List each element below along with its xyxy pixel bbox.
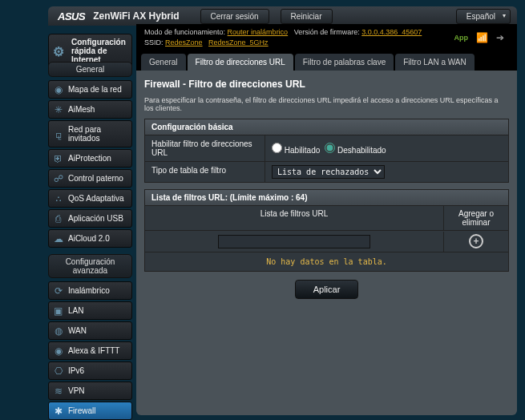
- language-dropdown[interactable]: Español: [456, 9, 511, 24]
- panel-description: Para especificar la contraseña, el filtr…: [144, 96, 509, 112]
- logout-button[interactable]: Cerrar sesión: [200, 9, 269, 24]
- sidebar-item-lan[interactable]: ▣LAN: [48, 301, 132, 320]
- wifi-status-icon[interactable]: 📶: [476, 32, 488, 43]
- quick-setup-line1: Configuración: [71, 38, 128, 46]
- sidebar-item-aimesh[interactable]: ✳AiMesh: [48, 100, 132, 119]
- gear-icon: ⚙: [53, 43, 64, 59]
- ipv6-icon: ⎔: [52, 365, 64, 377]
- guest-icon: ⚼: [52, 128, 64, 140]
- reboot-button[interactable]: Reiniciar: [281, 9, 333, 24]
- tab-keyword-filter[interactable]: Filtro de palabras clave: [295, 54, 394, 71]
- col-url-list: Lista de filtros URL: [145, 206, 444, 230]
- topbar: ASUS ZenWiFi AX Hybrid Cerrar sesión Rei…: [48, 6, 517, 26]
- sidebar-item-usb-app[interactable]: ⎙Aplicación USB: [48, 209, 132, 228]
- arrow-right-icon[interactable]: ➔: [496, 32, 504, 43]
- sidebar-group-general: General: [48, 62, 132, 77]
- ssid2-link[interactable]: RedesZone_5GHz: [208, 38, 269, 46]
- sidebar-item-ipv6[interactable]: ⎔IPv6: [48, 361, 132, 380]
- table-type-select[interactable]: Lista de rechazados: [272, 165, 385, 179]
- panel-title: Firewall - Filtro de direcciones URL: [144, 79, 509, 90]
- sidebar-item-wireless[interactable]: ⟳Inalámbrico: [48, 281, 132, 300]
- product-name: ZenWiFi AX Hybrid: [93, 10, 179, 22]
- basic-config-header: Configuración básica: [144, 119, 509, 135]
- empty-table-message: No hay datos en la tabla.: [144, 252, 509, 272]
- sidebar-item-aicloud[interactable]: ☁AiCloud 2.0: [48, 229, 132, 248]
- ssid1-link[interactable]: RedesZone: [165, 38, 203, 46]
- mode-link[interactable]: Router inalámbrico: [228, 28, 289, 36]
- usb-icon: ⎙: [52, 212, 64, 224]
- aimesh-icon: ✳: [52, 103, 64, 115]
- cloud-icon: ☁: [52, 232, 64, 244]
- tab-url-filter[interactable]: Filtro de direcciones URL: [188, 54, 293, 71]
- lan-icon: ▣: [52, 305, 64, 317]
- enable-radio-off-wrap[interactable]: Deshabilitado: [325, 143, 386, 155]
- sidebar-item-alexa[interactable]: ◉Alexa & IFTTT: [48, 341, 132, 360]
- info-row: Modo de funcionamiento: Router inalámbri…: [136, 24, 517, 50]
- sidebar-item-qos[interactable]: ⛬QoS Adaptativa: [48, 189, 132, 208]
- sidebar-item-parental[interactable]: ☍Control paterno: [48, 169, 132, 188]
- qos-icon: ⛬: [52, 192, 64, 204]
- firewall-icon: ✱: [52, 405, 64, 417]
- brand-logo: ASUS: [55, 10, 88, 22]
- sidebar-item-aiprotection[interactable]: ⛨AiProtection: [48, 149, 132, 168]
- col-add-remove: Agregar o eliminar: [444, 206, 508, 230]
- wifi-icon: ⟳: [52, 285, 64, 297]
- url-input[interactable]: [218, 235, 370, 248]
- fw-link[interactable]: 3.0.0.4.386_45607: [361, 28, 422, 36]
- enable-radio-on[interactable]: [272, 143, 282, 153]
- enable-filter-label: Habilitar filtro de direcciones URL: [145, 135, 265, 161]
- sidebar-item-wan[interactable]: ◍WAN: [48, 321, 132, 340]
- tab-general[interactable]: General: [141, 54, 186, 71]
- enable-radio-off[interactable]: [325, 143, 335, 153]
- ssid-label: SSID:: [144, 38, 164, 46]
- url-list-header: Lista de filtros URL: (Límite máximo : 6…: [144, 189, 509, 206]
- apply-button[interactable]: Aplicar: [295, 280, 359, 299]
- table-type-label: Tipo de tabla de filtro: [145, 162, 265, 182]
- app-link[interactable]: App: [454, 34, 469, 42]
- sidebar-item-guest-network[interactable]: ⚼Red para invitados: [48, 120, 132, 147]
- network-map-icon: ◉: [52, 83, 64, 95]
- add-url-button[interactable]: +: [469, 234, 483, 248]
- fw-label: Versión de firmware:: [294, 28, 360, 36]
- tab-lan-wan-filter[interactable]: Filtro LAN a WAN: [395, 54, 475, 71]
- sidebar: General ◉Mapa de la red ✳AiMesh ⚼Red par…: [48, 62, 132, 420]
- sidebar-item-firewall[interactable]: ✱Firewall: [48, 402, 132, 420]
- sidebar-item-network-map[interactable]: ◉Mapa de la red: [48, 80, 132, 99]
- globe-icon: ◍: [52, 325, 64, 337]
- main-panel: Firewall - Filtro de direcciones URL Par…: [136, 71, 517, 415]
- parental-icon: ☍: [52, 172, 64, 184]
- alexa-icon: ◉: [52, 345, 64, 357]
- firewall-tabs: General Filtro de direcciones URL Filtro…: [136, 50, 517, 71]
- mode-label: Modo de funcionamiento:: [144, 28, 225, 36]
- vpn-icon: ≋: [52, 385, 64, 397]
- sidebar-group-advanced: Configuración avanzada: [48, 254, 132, 278]
- enable-radio-on-wrap[interactable]: Habilitado: [272, 143, 320, 155]
- shield-icon: ⛨: [52, 152, 64, 164]
- sidebar-item-vpn[interactable]: ≋VPN: [48, 382, 132, 400]
